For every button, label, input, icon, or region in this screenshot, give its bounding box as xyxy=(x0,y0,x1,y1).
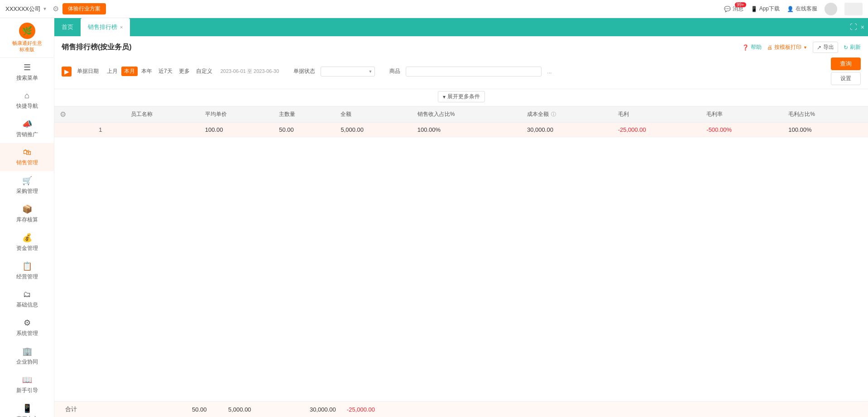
date-tab-custom[interactable]: 自定义 xyxy=(193,67,215,76)
th-gross-rate: 毛利率 xyxy=(701,106,783,123)
avatar[interactable] xyxy=(825,3,837,15)
date-tab-7days[interactable]: 近7天 xyxy=(156,67,175,76)
sidebar-label-sales: 销售管理 xyxy=(16,159,38,167)
search-menu-icon: ☰ xyxy=(24,62,31,72)
export-button[interactable]: ↗ 导出 xyxy=(813,42,838,53)
sidebar-label-purchase: 采购管理 xyxy=(16,187,38,195)
sidebar-label-basicinfo: 基础信息 xyxy=(16,301,38,309)
company-selector[interactable]: XXXXXX公司 ▼ xyxy=(5,5,47,13)
logo-icon: 🌿 xyxy=(19,23,35,39)
close-all-icon[interactable]: × xyxy=(861,24,864,31)
cell-sales-pct: 100.00% xyxy=(412,123,522,137)
sidebar: 🌿 畅康通好生意标准版 ☰ 搜索菜单 ⌂ 快捷导航 📣 营销推广 🛍 销售管理 … xyxy=(0,18,54,417)
purchase-icon: 🛒 xyxy=(22,176,32,186)
goods-input[interactable] xyxy=(406,67,542,77)
date-tab-more[interactable]: 更多 xyxy=(176,67,192,76)
sidebar-item-enterprise[interactable]: 🏢 企业协同 xyxy=(0,342,54,370)
date-tab-last-month[interactable]: 上月 xyxy=(104,67,120,76)
goods-more-button[interactable]: ... xyxy=(547,68,551,75)
expand-arrow[interactable]: ▶ xyxy=(62,67,72,77)
gear-icon[interactable]: ⚙ xyxy=(53,5,59,13)
table-footer: 合计 50.00 5,000.00 30,000.00 -25,000.00 xyxy=(54,401,868,417)
date-tab-this-year[interactable]: 本年 xyxy=(139,67,155,76)
sidebar-label-marketing: 营销推广 xyxy=(16,131,38,139)
sidebar-item-purchase[interactable]: 🛒 采购管理 xyxy=(0,171,54,200)
basic-info-icon: 🗂 xyxy=(23,290,31,299)
sales-icon: 🛍 xyxy=(23,148,31,157)
cost-help-icon[interactable]: ⓘ xyxy=(551,111,556,117)
th-gross: 毛利 xyxy=(613,106,701,123)
chevron-down-icon: ▼ xyxy=(43,6,47,11)
app-download-button[interactable]: 📱 App下载 xyxy=(751,5,780,13)
sidebar-label-guide: 新手引导 xyxy=(16,387,38,394)
date-tab-this-month[interactable]: 本月 xyxy=(121,67,138,76)
print-chevron-icon: ▼ xyxy=(803,45,807,50)
sidebar-item-app-center[interactable]: 📱 应用中心 xyxy=(0,399,54,417)
sidebar-logo: 🌿 畅康通好生意标准版 xyxy=(0,18,54,58)
page-title-row: 销售排行榜(按业务员) ❓ 帮助 🖨 按模板打印 ▼ ↗ 导出 xyxy=(62,42,861,53)
footer-values: 50.00 5,000.00 30,000.00 -25,000.00 xyxy=(114,406,863,413)
query-button[interactable]: 查询 xyxy=(831,58,861,70)
refresh-button[interactable]: ↻ 刷新 xyxy=(844,43,861,51)
sidebar-item-basic-info[interactable]: 🗂 基础信息 xyxy=(0,285,54,313)
cell-gross-pct: 100.00% xyxy=(783,123,868,137)
page-title: 销售排行榜(按业务员) xyxy=(62,43,132,52)
sidebar-label-quicknav: 快捷导航 xyxy=(16,102,38,110)
footer-cost: 30,000.00 xyxy=(304,406,341,413)
top-bar: XXXXXX公司 ▼ ⚙ 体验行业方案 💬 消息 99+ 📱 App下载 👤 在… xyxy=(0,0,868,18)
cell-rank: 1 xyxy=(93,123,125,137)
th-gross-pct: 毛利占比% xyxy=(783,106,868,123)
finance-icon: 💰 xyxy=(22,233,32,243)
maximize-icon[interactable]: ⛶ xyxy=(850,23,857,31)
th-qty: 主数量 xyxy=(273,106,335,123)
page-header: 销售排行榜(按业务员) ❓ 帮助 🖨 按模板打印 ▼ ↗ 导出 xyxy=(54,36,868,89)
export-icon: ↗ xyxy=(817,44,821,51)
print-button[interactable]: 🖨 按模板打印 ▼ xyxy=(767,43,807,51)
user-name-area[interactable] xyxy=(844,3,863,15)
sidebar-item-quick-nav[interactable]: ⌂ 快捷导航 xyxy=(0,86,54,115)
enterprise-icon: 🏢 xyxy=(22,346,32,356)
sidebar-item-inventory[interactable]: 📦 库存核算 xyxy=(0,200,54,228)
sidebar-item-guide[interactable]: 📖 新手引导 xyxy=(0,370,54,399)
sidebar-label-system: 系统管理 xyxy=(16,330,38,337)
service-icon: 👤 xyxy=(787,6,794,12)
refresh-icon: ↻ xyxy=(844,44,848,51)
message-badge: 99+ xyxy=(735,2,746,7)
help-button[interactable]: ❓ 帮助 xyxy=(742,43,762,51)
marketing-icon: 📣 xyxy=(22,119,32,129)
online-service-button[interactable]: 👤 在线客服 xyxy=(787,5,817,13)
date-tabs: 上月 本月 本年 近7天 更多 自定义 xyxy=(104,67,215,76)
tab-close-icon[interactable]: × xyxy=(120,24,123,30)
filter-row-1: ▶ 单据日期 上月 本月 本年 近7天 更多 自定义 2023-06-01 至 … xyxy=(62,58,861,89)
home-icon: ⌂ xyxy=(24,91,29,101)
sidebar-label-appcenter: 应用中心 xyxy=(16,415,38,417)
sidebar-item-operations[interactable]: 📋 经营管理 xyxy=(0,257,54,285)
filter-expand-icon[interactable]: ▶ xyxy=(62,67,72,77)
expand-conditions-button[interactable]: ▾ 展开更多条件 xyxy=(438,91,485,102)
system-icon: ⚙ xyxy=(24,318,31,328)
sidebar-label-enterprise: 企业协同 xyxy=(16,358,38,366)
sidebar-item-search-order[interactable]: ☰ 搜索菜单 xyxy=(0,58,54,86)
status-select[interactable] xyxy=(321,67,375,77)
message-button[interactable]: 💬 消息 99+ xyxy=(724,5,743,13)
th-settings[interactable]: ⚙ xyxy=(54,106,93,123)
tab-home[interactable]: 首页 xyxy=(54,18,81,36)
settings-button[interactable]: 设置 xyxy=(831,72,861,85)
sidebar-item-marketing[interactable]: 📣 营销推广 xyxy=(0,115,54,143)
sidebar-item-sales[interactable]: 🛍 销售管理 xyxy=(0,143,54,171)
sidebar-item-system[interactable]: ⚙ 系统管理 xyxy=(0,313,54,342)
goods-label: 商品 xyxy=(389,67,400,75)
cell-cost: 30,000.00 xyxy=(522,123,613,137)
footer-gross: -25,000.00 xyxy=(341,406,380,413)
th-amount: 全额 xyxy=(335,106,412,123)
sidebar-label-search: 搜索菜单 xyxy=(16,74,38,82)
tab-bar: 首页 销售排行榜 × ⛶ × xyxy=(54,18,868,36)
sidebar-item-finance[interactable]: 💰 资金管理 xyxy=(0,228,54,257)
tab-sales-rank[interactable]: 销售排行榜 × xyxy=(81,18,130,36)
guide-icon: 📖 xyxy=(22,375,32,385)
operations-icon: 📋 xyxy=(22,261,32,271)
trial-button[interactable]: 体验行业方案 xyxy=(62,3,106,14)
column-settings-icon[interactable]: ⚙ xyxy=(60,110,66,118)
top-right-area: 💬 消息 99+ 📱 App下载 👤 在线客服 xyxy=(724,3,863,15)
main-layout: 🌿 畅康通好生意标准版 ☰ 搜索菜单 ⌂ 快捷导航 📣 营销推广 🛍 销售管理 … xyxy=(0,18,868,417)
